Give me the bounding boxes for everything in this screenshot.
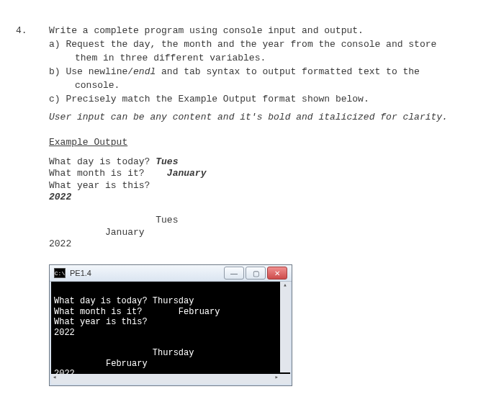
app-icon: C:\ <box>54 268 66 278</box>
console-output: What day is today? Thursday What month i… <box>50 282 292 385</box>
question-content: Write a complete program using console i… <box>49 25 495 386</box>
item-b-text1: Use newline/ <box>66 66 133 77</box>
item-a-cont: them in three different variables. <box>75 53 495 63</box>
prompt-line: Write a complete program using console i… <box>49 25 495 36</box>
sample-l4: 2022 <box>49 192 71 202</box>
console-text: What day is today? Thursday What month i… <box>54 296 220 379</box>
console-window: C:\ PE1.4 — ▢ ✕ What day is today? Thurs… <box>49 264 292 386</box>
example-heading: Example Output <box>49 137 495 148</box>
item-b-cont: console. <box>75 80 495 91</box>
sample-out1: Tues <box>49 215 178 225</box>
sample-l2b: January <box>167 168 207 179</box>
item-b: b) Use newline/endl and tab syntax to ou… <box>49 66 495 77</box>
sample-io: What day is today? Tues What month is it… <box>49 156 495 250</box>
item-c-label: c) <box>49 94 60 104</box>
item-c-text: Precisely match the Example Output forma… <box>66 94 369 104</box>
sample-out2: January <box>49 227 145 238</box>
item-c: c) Precisely match the Example Output fo… <box>49 94 495 104</box>
endl-keyword: endl <box>133 66 156 77</box>
minimize-button[interactable]: — <box>224 267 244 280</box>
maximize-button[interactable]: ▢ <box>246 267 266 280</box>
question-number: 4. <box>16 25 27 36</box>
window-title: PE1.4 <box>70 269 91 277</box>
horizontal-scrollbar[interactable] <box>51 374 290 384</box>
window-buttons: — ▢ ✕ <box>224 267 287 280</box>
item-b-label: b) <box>49 66 60 77</box>
titlebar: C:\ PE1.4 — ▢ ✕ <box>50 265 292 282</box>
item-a-label: a) <box>49 39 60 50</box>
item-a-text: Request the day, the month and the year … <box>66 39 436 50</box>
sample-l3: What year is this? <box>49 180 150 191</box>
sample-l1a: What day is today? <box>49 156 156 167</box>
note-line: User input can be any content and it's b… <box>49 112 495 122</box>
sample-l2a: What month is it? <box>49 168 167 179</box>
vertical-scrollbar[interactable] <box>280 282 290 372</box>
item-a: a) Request the day, the month and the ye… <box>49 39 495 50</box>
sample-out3: 2022 <box>49 238 71 249</box>
item-b-text2: and tab syntax to output formatted text … <box>156 66 420 77</box>
sample-l1b: Tues <box>156 156 178 167</box>
close-button[interactable]: ✕ <box>267 267 287 280</box>
